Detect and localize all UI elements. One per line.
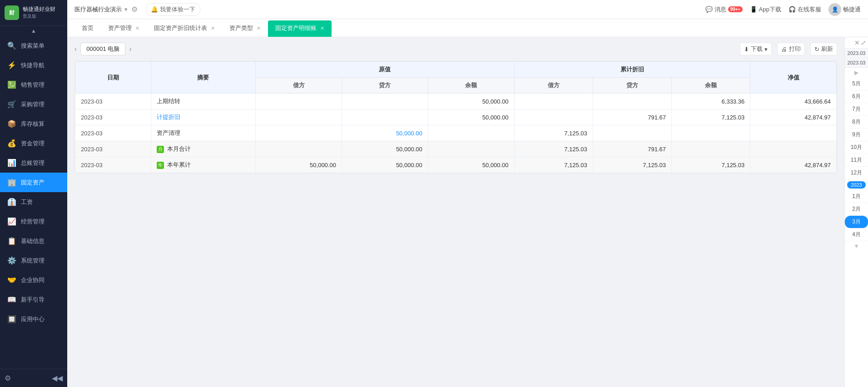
refresh-button[interactable]: ↻ 刷新 bbox=[810, 43, 837, 55]
fixed-assets-icon: 🏢 bbox=[7, 178, 16, 187]
nav-next-button[interactable]: › bbox=[129, 45, 131, 53]
message-icon: 💬 bbox=[705, 6, 713, 13]
month-1[interactable]: 1月 bbox=[845, 190, 868, 203]
th-original-value: 原值 bbox=[256, 62, 514, 78]
app-download-button[interactable]: 📱 App下载 bbox=[750, 5, 781, 14]
user-name: 畅捷通 bbox=[843, 5, 861, 14]
month-5[interactable]: 5月 bbox=[845, 78, 868, 90]
settings-icon[interactable]: ⚙ bbox=[5, 374, 11, 382]
cell-summary: 计提折旧 bbox=[151, 109, 256, 125]
month-10[interactable]: 10月 bbox=[845, 141, 868, 154]
sidebar-item-label: 企业协同 bbox=[21, 276, 45, 284]
purchase-icon: 🛒 bbox=[7, 100, 16, 109]
sidebar-item-search[interactable]: 🔍 搜索菜单 bbox=[0, 36, 67, 55]
sidebar-item-basic-info[interactable]: 📋 基础信息 bbox=[0, 231, 67, 251]
post-2023-months: 1月 2月 3月 4月 bbox=[845, 190, 868, 241]
sidebar-item-label: 系统管理 bbox=[21, 257, 45, 265]
tab-close-icon[interactable]: ✕ bbox=[135, 25, 139, 31]
tab-label: 固定资产折旧统计表 bbox=[154, 24, 207, 32]
quicknav-icon: ⚡ bbox=[7, 61, 16, 69]
app-logo: 财 畅捷通好业财 普及版 bbox=[0, 0, 67, 26]
tab-label: 固定资产明细账 bbox=[275, 24, 317, 32]
cell-accum-debit bbox=[514, 94, 593, 109]
sidebar-item-app-center[interactable]: 🔲 应用中心 bbox=[0, 309, 67, 329]
table-row-month-total: 2023-03 月 本月合计 50,000.00 7,125.03 791.67 bbox=[75, 141, 837, 157]
month-8[interactable]: 8月 bbox=[845, 116, 868, 129]
logo-sub: 普及版 bbox=[23, 13, 55, 20]
calendar-top-year2: 2023.03 bbox=[845, 58, 868, 68]
ledger-icon: 📊 bbox=[7, 159, 16, 167]
sidebar-item-system[interactable]: ⚙️ 系统管理 bbox=[0, 251, 67, 270]
cell-orig-balance bbox=[428, 141, 514, 157]
sidebar-item-salary[interactable]: 👔 工资 bbox=[0, 192, 67, 212]
cell-date: 2023-03 bbox=[75, 141, 151, 157]
sidebar-item-inventory[interactable]: 📦 库存核算 bbox=[0, 114, 67, 134]
month-3-active[interactable]: 3月 bbox=[845, 216, 868, 228]
ledger-table: 日期 摘要 原值 累计折旧 净值 借方 贷方 余额 借方 贷方 余额 bbox=[74, 61, 837, 174]
calendar-expand: ▶ bbox=[854, 68, 858, 78]
sidebar-item-label: 快捷导航 bbox=[21, 61, 45, 69]
message-button[interactable]: 💬 消息 99++ bbox=[705, 5, 743, 14]
refresh-label: 刷新 bbox=[821, 45, 833, 53]
tab-asset-detail[interactable]: 固定资产明细账 ✕ bbox=[268, 20, 332, 37]
sidebar-item-label: 资金管理 bbox=[21, 139, 45, 148]
sidebar-item-funds[interactable]: 💰 资金管理 bbox=[0, 134, 67, 153]
tab-close-icon[interactable]: ✕ bbox=[211, 25, 215, 31]
cell-orig-debit bbox=[256, 109, 342, 125]
cell-accum-debit: 7,125.03 bbox=[514, 157, 593, 173]
cell-orig-balance: 50,000.00 bbox=[428, 94, 514, 109]
experience-button[interactable]: 🔔 我要体验一下 bbox=[146, 3, 200, 16]
month-12[interactable]: 12月 bbox=[845, 167, 868, 179]
sidebar-item-sales[interactable]: 💹 销售管理 bbox=[0, 75, 67, 94]
cell-summary: 月 本月合计 bbox=[151, 141, 256, 157]
sidebar-item-label: 经营管理 bbox=[21, 218, 45, 226]
sidebar-item-operations[interactable]: 📈 经营管理 bbox=[0, 212, 67, 231]
sidebar-scroll-up[interactable]: ▲ bbox=[31, 28, 36, 34]
month-11[interactable]: 11月 bbox=[845, 154, 868, 167]
month-9[interactable]: 9月 bbox=[845, 129, 868, 141]
settings-button[interactable]: ⚙ bbox=[131, 5, 138, 14]
month-7[interactable]: 7月 bbox=[845, 103, 868, 116]
collapse-icon[interactable]: ◀◀ bbox=[52, 374, 63, 382]
month-4[interactable]: 4月 bbox=[845, 228, 868, 241]
online-service-button[interactable]: 🎧 在线客服 bbox=[789, 5, 821, 14]
sidebar: 财 畅捷通好业财 普及版 ▲ 🔍 搜索菜单 ⚡ 快捷导航 💹 销售管理 🛒 采购… bbox=[0, 0, 67, 387]
tab-asset-management[interactable]: 资产管理 ✕ bbox=[101, 20, 147, 37]
sidebar-item-guide[interactable]: 📖 新手引导 bbox=[0, 290, 67, 309]
year-total-icon: 年 bbox=[157, 162, 164, 169]
sidebar-item-ledger[interactable]: 📊 总账管理 bbox=[0, 153, 67, 173]
tab-close-icon[interactable]: ✕ bbox=[257, 25, 261, 31]
funds-icon: 💰 bbox=[7, 139, 16, 148]
asset-tag: 000001 电脑 bbox=[80, 43, 125, 55]
panel-expand-button[interactable]: ⤢ bbox=[861, 39, 866, 46]
month-6[interactable]: 6月 bbox=[845, 90, 868, 103]
sidebar-item-label: 新手引导 bbox=[21, 296, 45, 304]
dropdown-arrow-icon[interactable]: ▾ bbox=[124, 6, 128, 13]
nav-prev-button[interactable]: ‹ bbox=[74, 45, 77, 53]
panel-close-button[interactable]: ✕ bbox=[854, 39, 860, 46]
sidebar-item-enterprise[interactable]: 🤝 企业协同 bbox=[0, 270, 67, 290]
sidebar-bottom: ⚙ ◀◀ bbox=[0, 369, 67, 387]
sidebar-item-fixed-assets[interactable]: 🏢 固定资产 bbox=[0, 173, 67, 192]
tab-close-icon[interactable]: ✕ bbox=[320, 25, 324, 31]
logo-icon: 财 bbox=[5, 5, 19, 20]
sidebar-item-quicknav[interactable]: ⚡ 快捷导航 bbox=[0, 55, 67, 75]
sidebar-item-purchase[interactable]: 🛒 采购管理 bbox=[0, 94, 67, 114]
expand-right-icon[interactable]: ▶ bbox=[854, 69, 858, 76]
tab-home[interactable]: 首页 bbox=[74, 20, 101, 37]
cell-accum-balance bbox=[671, 125, 750, 141]
month-2[interactable]: 2月 bbox=[845, 203, 868, 216]
download-button[interactable]: ⬇ 下载 ▾ bbox=[740, 43, 772, 55]
calendar-top-year: 2023.03 bbox=[845, 49, 868, 58]
download-label: 下载 bbox=[751, 45, 763, 53]
cell-orig-debit: 50,000.00 bbox=[256, 157, 342, 173]
print-button[interactable]: 🖨 打印 bbox=[777, 43, 805, 55]
th-accum-debit: 借方 bbox=[514, 78, 593, 94]
refresh-icon: ↻ bbox=[814, 46, 819, 53]
scroll-down-icon[interactable]: ▼ bbox=[854, 243, 859, 249]
user-menu[interactable]: 👤 畅捷通 bbox=[828, 3, 861, 16]
tab-depreciation-table[interactable]: 固定资产折旧统计表 ✕ bbox=[147, 20, 222, 37]
tab-asset-type[interactable]: 资产类型 ✕ bbox=[222, 20, 268, 37]
cell-accum-debit: 7,125.03 bbox=[514, 141, 593, 157]
cell-orig-credit: 50,000.00 bbox=[342, 157, 428, 173]
